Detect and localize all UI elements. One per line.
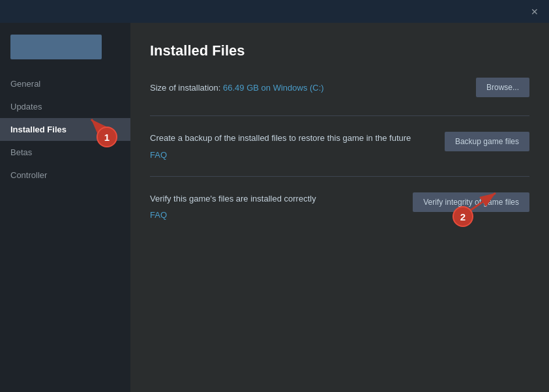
backup-button[interactable]: Backup game files [445, 132, 529, 151]
sidebar-item-label: Updates [10, 102, 42, 112]
sidebar-item-label: Installed Files [10, 125, 67, 134]
sidebar-item-label: General [10, 79, 40, 89]
backup-faq-link[interactable]: FAQ [150, 150, 167, 160]
backup-section: Create a backup of the installed files t… [150, 132, 529, 160]
backup-info: Create a backup of the installed files t… [150, 132, 445, 160]
dialog-window: ✕ General Updates Installed Files Betas … [0, 0, 549, 392]
section-divider-1 [150, 115, 529, 116]
sidebar-item-label: Betas [10, 147, 32, 157]
verify-description: Verify this game's files are installed c… [150, 192, 400, 205]
section-divider-2 [150, 176, 529, 177]
title-bar: ✕ [0, 0, 549, 23]
sidebar-item-label: Controller [10, 170, 47, 180]
annotation-1: 1 [96, 127, 117, 147]
installation-row: Size of installation: 66.49 GB on Window… [150, 78, 529, 97]
close-button[interactable]: ✕ [526, 3, 544, 21]
sidebar-item-controller[interactable]: Controller [0, 164, 130, 187]
main-content: Installed Files Size of installation: 66… [130, 23, 549, 392]
installation-label: Size of installation: [150, 83, 220, 93]
browse-button[interactable]: Browse... [476, 78, 529, 97]
sidebar-item-updates[interactable]: Updates [0, 95, 130, 118]
annotation-2: 2 [453, 206, 473, 227]
verify-info: Verify this game's files are installed c… [150, 192, 413, 221]
game-title-placeholder [10, 35, 102, 59]
sidebar: General Updates Installed Files Betas Co… [0, 23, 130, 392]
page-title: Installed Files [150, 42, 529, 59]
installation-text: Size of installation: 66.49 GB on Window… [150, 83, 324, 93]
installation-size: 66.49 GB on Windows (C:) [223, 83, 324, 93]
sidebar-item-general[interactable]: General [0, 72, 130, 95]
verify-faq-link[interactable]: FAQ [150, 210, 167, 220]
backup-description: Create a backup of the installed files t… [150, 132, 432, 145]
verify-button[interactable]: Verify integrity of game files [413, 192, 529, 212]
